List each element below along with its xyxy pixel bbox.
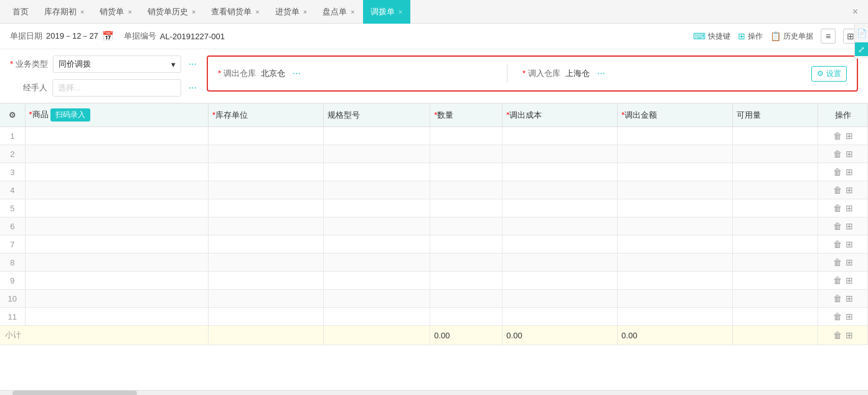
row-spec[interactable] [323,163,430,181]
scan-button[interactable]: 扫码录入 [50,108,90,121]
row-available[interactable] [732,199,818,217]
close-tab-transfer-order[interactable]: × [399,8,402,16]
row-qty[interactable] [430,199,502,217]
row-spec[interactable] [323,254,430,272]
row-cost[interactable] [502,290,618,308]
row-cost[interactable] [502,163,618,181]
subtotal-delete-icon[interactable]: 🗑 [833,330,842,340]
copy-icon[interactable]: ⊞ [846,312,853,321]
copy-icon[interactable]: ⊞ [846,221,853,231]
row-spec[interactable] [323,181,430,199]
copy-icon[interactable]: ⊞ [846,275,853,285]
settings-button[interactable]: ⚙ 设置 [811,66,847,82]
row-qty[interactable] [430,127,502,145]
row-available[interactable] [732,163,818,181]
copy-icon[interactable]: ⊞ [846,149,853,159]
row-amount[interactable] [618,127,733,145]
sidebar-expand-icon[interactable]: ⤢ [855,42,869,56]
row-unit[interactable] [209,236,324,254]
row-product[interactable] [25,127,209,145]
row-spec[interactable] [323,199,430,217]
row-cost[interactable] [502,199,618,217]
business-type-select[interactable]: 同价调拨 ▾ [53,55,181,73]
shortcuts-btn[interactable]: ⌨ 快捷键 [693,31,730,42]
row-product[interactable] [25,236,209,254]
row-available[interactable] [732,217,818,236]
row-amount[interactable] [618,163,733,181]
delete-icon[interactable]: 🗑 [833,293,842,303]
row-product[interactable] [25,199,209,217]
row-unit[interactable] [209,127,324,145]
delete-icon[interactable]: 🗑 [833,221,842,231]
tab-sales-order[interactable]: 销货单 × [92,0,139,24]
row-qty[interactable] [430,181,502,199]
row-product[interactable] [25,272,209,290]
row-qty[interactable] [430,290,502,308]
row-product[interactable] [25,181,209,199]
row-qty[interactable] [430,236,502,254]
row-unit[interactable] [209,290,324,308]
row-spec[interactable] [323,308,430,326]
warehouse-out-more[interactable]: ··· [293,68,301,79]
tab-inventory-init[interactable]: 库存期初 × [37,0,92,24]
business-type-more[interactable]: ··· [189,59,197,70]
tab-sales-history[interactable]: 销货单历史 × [140,0,204,24]
row-cost[interactable] [502,145,618,163]
calendar-icon[interactable]: 📅 [102,31,114,42]
row-unit[interactable] [209,163,324,181]
close-tab-purchase-order[interactable]: × [303,8,307,16]
copy-icon[interactable]: ⊞ [846,239,853,249]
sidebar-doc-icon[interactable]: 📄 [855,26,869,40]
row-product[interactable] [25,254,209,272]
row-unit[interactable] [209,308,324,326]
row-qty[interactable] [430,145,502,163]
delete-icon[interactable]: 🗑 [833,203,842,213]
row-amount[interactable] [618,308,733,326]
warehouse-in-more[interactable]: ··· [597,68,605,79]
subtotal-copy-icon[interactable]: ⊞ [846,330,853,340]
row-spec[interactable] [323,290,430,308]
handler-more[interactable]: ··· [189,82,197,93]
row-cost[interactable] [502,236,618,254]
row-available[interactable] [732,272,818,290]
row-amount[interactable] [618,181,733,199]
row-spec[interactable] [323,236,430,254]
row-available[interactable] [732,308,818,326]
row-amount[interactable] [618,272,733,290]
row-qty[interactable] [430,254,502,272]
row-available[interactable] [732,236,818,254]
row-available[interactable] [732,290,818,308]
row-product[interactable] [25,163,209,181]
close-tab-sales-order[interactable]: × [128,8,131,16]
row-cost[interactable] [502,127,618,145]
scrollbar-thumb[interactable] [12,391,137,395]
row-qty[interactable] [430,308,502,326]
delete-icon[interactable]: 🗑 [833,275,842,285]
copy-icon[interactable]: ⊞ [846,167,853,177]
copy-icon[interactable]: ⊞ [846,185,853,195]
row-spec[interactable] [323,127,430,145]
row-spec[interactable] [323,272,430,290]
tab-purchase-order[interactable]: 进货单 × [268,0,315,24]
row-unit[interactable] [209,199,324,217]
copy-icon[interactable]: ⊞ [846,203,853,213]
copy-icon[interactable]: ⊞ [846,131,853,141]
row-unit[interactable] [209,272,324,290]
tab-transfer-order[interactable]: 调拨单 × [363,0,410,24]
row-amount[interactable] [618,145,733,163]
delete-icon[interactable]: 🗑 [833,239,842,249]
row-product[interactable] [25,217,209,236]
horizontal-scrollbar[interactable] [0,390,868,395]
row-qty[interactable] [430,272,502,290]
row-product[interactable] [25,308,209,326]
delete-icon[interactable]: 🗑 [833,312,842,321]
delete-icon[interactable]: 🗑 [833,185,842,195]
copy-icon[interactable]: ⊞ [846,293,853,303]
copy-icon[interactable]: ⊞ [846,257,853,267]
row-amount[interactable] [618,254,733,272]
operations-btn[interactable]: ⊞ 操作 [738,31,763,42]
row-unit[interactable] [209,181,324,199]
row-available[interactable] [732,145,818,163]
tab-inventory-count[interactable]: 盘点单 × [315,0,362,24]
tab-home[interactable]: 首页 [5,0,37,24]
